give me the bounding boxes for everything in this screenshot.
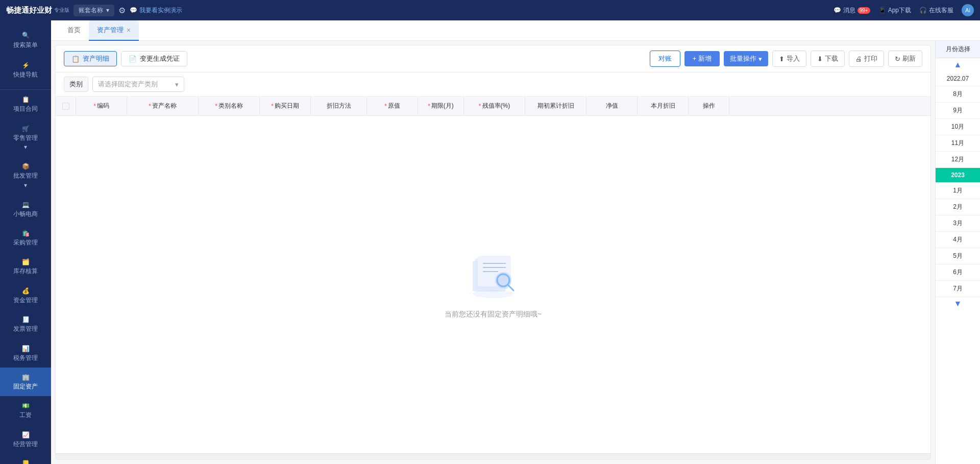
sub-tab-detail-label: 资产明细 (83, 54, 109, 63)
th-residual-rate: * 残值率(%) (464, 96, 525, 115)
month-4-label: 4月 (953, 236, 963, 243)
th-category: * 类别名称 (199, 96, 260, 115)
account-selector[interactable]: 账套名称 (74, 5, 114, 16)
demo-link[interactable]: 💬 我要看实例演示 (130, 6, 182, 15)
sidebar-item-purchase[interactable]: 🛍️ 采购管理 (0, 224, 51, 252)
purchase-icon: 🛍️ (22, 230, 30, 237)
page-scrollbar[interactable] (56, 453, 930, 459)
toolbar: 对账 + 新增 批量操作 ▾ ⬆ 导入 (650, 51, 922, 67)
download-label: 下载 (825, 54, 838, 63)
month-item-7[interactable]: 7月 (936, 281, 980, 297)
sidebar-item-invoice[interactable]: 🧾 发票管理 (0, 310, 51, 338)
sidebar-item-retail[interactable]: 🛒 零售管理 ▾ (0, 119, 51, 157)
month-item-2[interactable]: 2月 (936, 199, 980, 215)
content-area: 首页 资产管理 × 📋 资产明细 📄 变更生成凭证 (51, 20, 980, 464)
month-panel: 月份选择 ▲ 2022.07 8月 9月 10月 11月 (935, 41, 980, 464)
month-item-9[interactable]: 9月 (936, 103, 980, 119)
month-item-current[interactable]: 2022.07 (936, 71, 980, 86)
sidebar-item-quick-nav[interactable]: ⚡ 快捷导航 (0, 56, 51, 84)
print-label: 打印 (864, 54, 877, 63)
sidebar-item-salary[interactable]: 💵 工资 (0, 396, 51, 425)
sidebar-item-ledger[interactable]: 📒 总账管理 (0, 454, 51, 464)
month-panel-nav-down: ▼ (936, 297, 980, 310)
online-service-icon: 🎧 (919, 7, 927, 14)
sidebar-wholesale-label: 批发管理 (13, 172, 38, 179)
month-item-8[interactable]: 8月 (936, 86, 980, 103)
app-title: 畅捷通好业财 (6, 6, 52, 15)
select-all-checkbox[interactable] (62, 103, 69, 110)
sidebar-item-mgmt[interactable]: 📈 经营管理 (0, 425, 51, 454)
wholesale-icon: 📦 (22, 163, 30, 170)
batch-chevron-icon: ▾ (758, 55, 762, 63)
reconcile-button[interactable]: 对账 (650, 51, 680, 67)
th-net-value: 净值 (586, 96, 638, 115)
message-button[interactable]: 💬 消息 99+ (834, 6, 870, 15)
message-label: 消息 (843, 6, 855, 15)
month-3-label: 3月 (953, 219, 963, 227)
import-button[interactable]: ⬆ 导入 (772, 51, 806, 67)
month-item-4[interactable]: 4月 (936, 232, 980, 248)
quick-nav-icon: ⚡ (22, 62, 30, 69)
month-item-6[interactable]: 6月 (936, 264, 980, 281)
month-item-2023[interactable]: 2023 (936, 168, 980, 183)
sub-tab-voucher[interactable]: 📄 变更生成凭证 (121, 51, 187, 66)
sidebar-purchase-label: 采购管理 (13, 239, 38, 246)
th-purchase-date-label: 购买日期 (275, 102, 299, 110)
month-item-10[interactable]: 10月 (936, 119, 980, 135)
month-item-12[interactable]: 12月 (936, 152, 980, 168)
top-bar-left: 畅捷通好业财 专业版 账套名称 ⚙ 💬 我要看实例演示 (6, 5, 182, 16)
th-operation: 操作 (689, 96, 729, 115)
add-label: + 新增 (693, 54, 712, 63)
sidebar-item-tax[interactable]: 📊 税务管理 (0, 339, 51, 368)
sidebar-search[interactable]: 🔍 搜索菜单 (0, 26, 51, 56)
month-item-1[interactable]: 1月 (936, 183, 980, 199)
tab-asset[interactable]: 资产管理 × (89, 20, 139, 41)
sidebar-item-finance[interactable]: 💰 资金管理 (0, 281, 51, 310)
sidebar-item-wholesale[interactable]: 📦 批发管理 ▾ (0, 157, 51, 194)
batch-button[interactable]: 批量操作 ▾ (724, 51, 768, 66)
month-2-label: 2月 (953, 203, 963, 210)
add-button[interactable]: + 新增 (684, 51, 720, 66)
sidebar-item-inventory[interactable]: 🗂️ 库存核算 (0, 252, 51, 281)
app-download-icon: 📱 (878, 7, 886, 14)
invoice-icon: 🧾 (22, 316, 30, 323)
sub-tab-detail[interactable]: 📋 资产明细 (64, 51, 117, 66)
month-item-3[interactable]: 3月 (936, 215, 980, 232)
print-button[interactable]: 🖨 打印 (849, 51, 884, 67)
sidebar-item-project[interactable]: 📋 项目合同 (0, 90, 51, 118)
online-service-button[interactable]: 🎧 在线客服 (919, 6, 953, 15)
refresh-button[interactable]: ↻ 刷新 (888, 51, 922, 67)
app-logo: 畅捷通好业财 专业版 (6, 6, 69, 15)
month-item-11[interactable]: 11月 (936, 135, 980, 152)
app-download-button[interactable]: 📱 App下载 (878, 6, 911, 15)
category-filter-select[interactable]: 请选择固定资产类别 ▾ (92, 77, 184, 92)
month-panel-down-button[interactable]: ▼ (954, 299, 962, 308)
empty-illustration (462, 251, 524, 302)
account-name: 账套名称 (79, 6, 103, 15)
th-month-depreciation: 本月折旧 (638, 96, 689, 115)
download-button[interactable]: ⬇ 下载 (811, 51, 845, 67)
month-panel-up-button[interactable]: ▲ (954, 60, 962, 69)
th-checkbox[interactable] (56, 96, 76, 115)
month-panel-nav-up: ▲ (936, 58, 980, 71)
month-9-label: 9月 (953, 107, 963, 114)
tab-asset-close-icon[interactable]: × (127, 27, 131, 34)
month-1-label: 1月 (953, 187, 963, 194)
sidebar-item-asset[interactable]: 🏢 固定资产 (0, 368, 51, 396)
month-item-5[interactable]: 5月 (936, 248, 980, 264)
th-period-accum: 期初累计折旧 (525, 96, 586, 115)
th-residual-rate-label: 残值率(%) (482, 102, 510, 110)
settings-icon[interactable]: ⚙ (118, 6, 126, 15)
search-icon: 🔍 (22, 32, 30, 39)
tab-home[interactable]: 首页 (59, 20, 89, 41)
mgmt-icon: 📈 (22, 431, 30, 438)
sidebar-invoice-label: 发票管理 (13, 325, 38, 332)
sidebar-project-label: 项目合同 (13, 105, 38, 112)
month-8-label: 8月 (953, 90, 963, 97)
sidebar-item-ecommerce[interactable]: 💻 小畅电商 (0, 195, 51, 224)
top-bar: 畅捷通好业财 专业版 账套名称 ⚙ 💬 我要看实例演示 💬 消息 99+ 📱 A… (0, 0, 980, 20)
app-download-label: App下载 (888, 6, 911, 15)
user-avatar[interactable]: Ai (962, 4, 974, 16)
sidebar-finance-label: 资金管理 (13, 297, 38, 304)
tab-home-label: 首页 (67, 26, 81, 35)
